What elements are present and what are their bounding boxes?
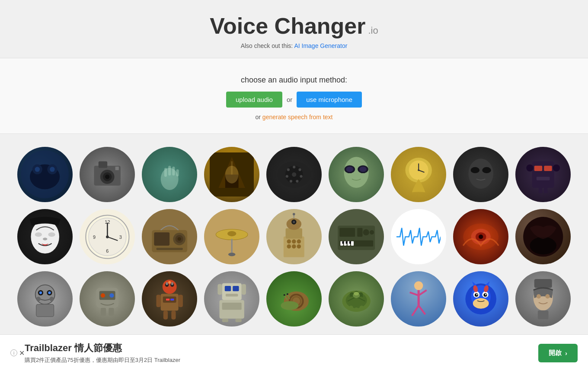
svg-rect-141 <box>217 284 222 295</box>
voice-item-soldier[interactable] <box>515 271 571 327</box>
svg-line-164 <box>419 290 426 295</box>
use-microphone-button[interactable]: use microphone <box>297 92 362 108</box>
svg-point-91 <box>363 229 369 235</box>
ad-actions: 開啟 › <box>538 344 578 362</box>
voice-grid-section: 12 3 6 9 <box>0 134 588 350</box>
page-title: Voice Changer <box>210 13 365 38</box>
svg-rect-133 <box>163 311 168 320</box>
ad-close-button[interactable]: ✕ <box>19 349 25 357</box>
svg-point-25 <box>298 168 301 171</box>
voice-item-waveform[interactable] <box>391 209 446 264</box>
voice-item-dark-alien[interactable] <box>453 147 508 202</box>
svg-point-146 <box>281 301 298 310</box>
ad-title: Trailblazer 情人節優惠 <box>25 342 538 355</box>
svg-text:6: 6 <box>106 248 109 254</box>
svg-point-169 <box>473 298 489 309</box>
svg-rect-15 <box>172 167 175 175</box>
svg-point-24 <box>293 166 295 168</box>
svg-point-118 <box>109 293 114 298</box>
svg-point-84 <box>297 240 301 244</box>
svg-rect-89 <box>339 228 355 237</box>
svg-line-163 <box>410 292 419 295</box>
svg-rect-140 <box>222 303 241 310</box>
svg-point-53 <box>35 232 42 237</box>
svg-rect-66 <box>154 232 169 246</box>
svg-rect-130 <box>170 299 174 301</box>
svg-rect-50 <box>539 188 542 193</box>
svg-rect-97 <box>351 241 354 245</box>
svg-point-81 <box>293 213 295 216</box>
voice-item-mech-robot[interactable] <box>515 147 571 202</box>
svg-rect-45 <box>534 166 542 171</box>
svg-point-10 <box>105 174 109 179</box>
voice-item-toy-robot[interactable] <box>142 271 197 327</box>
generate-speech-link[interactable]: generate speech from text <box>262 114 333 120</box>
voice-item-monster[interactable] <box>17 147 73 202</box>
voice-item-tin-robot[interactable] <box>204 271 259 327</box>
svg-point-85 <box>287 244 291 249</box>
voice-item-alien[interactable] <box>329 147 384 202</box>
voice-item-melting-clock[interactable] <box>391 147 446 202</box>
svg-point-41 <box>468 159 493 189</box>
svg-point-79 <box>293 221 295 224</box>
ad-info-icon[interactable]: i <box>10 349 17 356</box>
voice-item-analog-clock[interactable]: 12 3 6 9 <box>80 209 135 264</box>
voice-item-fire-eye[interactable] <box>453 209 508 264</box>
svg-point-35 <box>359 167 366 172</box>
voice-item-ghost-hand[interactable] <box>142 147 197 202</box>
svg-rect-129 <box>166 299 169 301</box>
svg-rect-131 <box>156 295 160 308</box>
svg-point-160 <box>354 292 359 295</box>
svg-point-174 <box>476 294 477 295</box>
svg-point-34 <box>346 167 353 172</box>
voice-item-telephone[interactable] <box>266 147 322 202</box>
svg-point-181 <box>545 294 550 298</box>
voice-item-synthesizer[interactable] <box>329 209 384 264</box>
svg-point-64 <box>106 235 109 238</box>
svg-point-42 <box>470 167 479 173</box>
voice-item-guy-fawkes[interactable] <box>17 209 73 264</box>
voice-item-turtle[interactable] <box>329 271 384 327</box>
ai-image-generator-link[interactable]: AI Image Generator <box>294 42 347 49</box>
svg-rect-46 <box>544 166 552 171</box>
svg-point-158 <box>354 307 358 311</box>
svg-point-72 <box>227 231 236 236</box>
svg-point-74 <box>228 253 235 256</box>
upload-audio-button[interactable]: upload audio <box>226 92 282 108</box>
svg-point-150 <box>287 293 288 295</box>
voice-item-radio[interactable] <box>142 209 197 264</box>
svg-point-55 <box>43 238 47 240</box>
svg-rect-44 <box>532 161 554 187</box>
svg-rect-137 <box>233 286 239 291</box>
svg-point-111 <box>48 292 51 294</box>
svg-point-30 <box>287 168 290 171</box>
svg-point-69 <box>177 237 181 241</box>
svg-rect-100 <box>349 241 351 244</box>
voice-item-bot2[interactable] <box>80 271 135 327</box>
voice-item-sonic[interactable] <box>453 271 508 327</box>
voice-item-snail[interactable] <box>266 271 322 327</box>
svg-point-113 <box>36 297 41 301</box>
voice-item-bot1[interactable] <box>17 271 73 327</box>
svg-point-87 <box>297 244 301 249</box>
svg-point-54 <box>48 232 55 237</box>
ad-cta-button[interactable]: 開啟 › <box>538 344 578 362</box>
svg-point-83 <box>292 240 296 244</box>
svg-rect-136 <box>225 286 231 291</box>
ad-cta-label: 開啟 <box>549 349 562 357</box>
svg-point-23 <box>292 172 296 177</box>
svg-point-26 <box>300 175 302 178</box>
voice-item-dalek[interactable] <box>266 209 322 264</box>
ad-banner: i ✕ Trailblazer 情人節優惠 購買2件正價產品75折優惠，優惠期由… <box>0 334 588 371</box>
voice-item-dark-cave[interactable] <box>515 209 571 264</box>
svg-point-157 <box>349 305 353 310</box>
svg-rect-70 <box>156 248 182 250</box>
input-method-section: choose an audio input method: upload aud… <box>0 58 588 134</box>
svg-point-29 <box>286 175 288 178</box>
voice-item-robot-camera[interactable] <box>80 147 135 202</box>
ad-content: Trailblazer 情人節優惠 購買2件正價產品75折優惠，優惠期由即日至3… <box>25 342 538 364</box>
voice-item-cathedral[interactable] <box>204 147 259 202</box>
speech-link-row: or generate speech from text <box>9 114 579 120</box>
voice-item-cymbal[interactable] <box>204 209 259 264</box>
voice-item-athlete[interactable] <box>391 271 446 327</box>
